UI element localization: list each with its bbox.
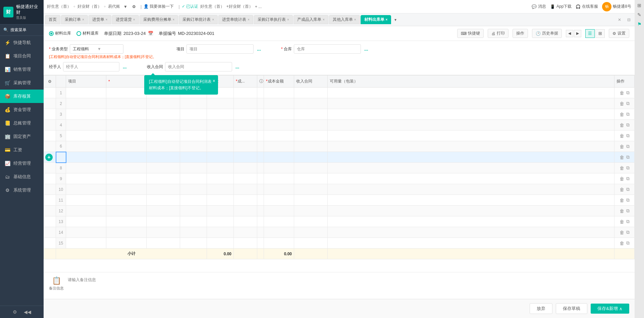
row-unit[interactable] bbox=[180, 206, 207, 216]
sidebar-item-gudingzichan[interactable]: 🏢 固定资产 bbox=[0, 130, 44, 143]
row-cost[interactable] bbox=[234, 195, 257, 206]
copy-icon[interactable]: ⧉ bbox=[626, 240, 630, 246]
print-btn[interactable]: 🖨 打印 bbox=[488, 29, 508, 38]
copy-icon[interactable]: ⧉ bbox=[626, 187, 630, 192]
row-name[interactable] bbox=[106, 120, 147, 130]
list-view-btn[interactable]: ☰ bbox=[585, 29, 595, 38]
copy-icon[interactable]: ⧉ bbox=[626, 90, 630, 96]
tab-goods-return[interactable]: 进货退货 × bbox=[112, 15, 139, 24]
row-unit[interactable] bbox=[180, 227, 207, 238]
row-settings[interactable] bbox=[44, 120, 56, 130]
tab-close-icon[interactable]: × bbox=[106, 18, 108, 21]
row-quantity[interactable] bbox=[207, 195, 234, 206]
delete-icon[interactable]: 🗑 bbox=[620, 187, 624, 192]
tab-other-in[interactable]: 其他入库单 × bbox=[329, 15, 360, 24]
tab-close-icon[interactable]: × bbox=[82, 18, 84, 21]
row-cost[interactable] bbox=[234, 238, 257, 249]
row-cost[interactable] bbox=[234, 152, 257, 163]
delete-icon[interactable]: 🗑 bbox=[620, 122, 624, 128]
grid-view-btn[interactable]: ⊞ bbox=[595, 29, 605, 38]
sidebar-item-kuaijie[interactable]: ⚡ 快捷导航 bbox=[0, 36, 44, 49]
handler-input[interactable] bbox=[63, 62, 119, 71]
row-income-contract[interactable] bbox=[294, 141, 328, 152]
handler-dots-btn[interactable]: ... bbox=[123, 64, 127, 69]
row-settings[interactable] bbox=[44, 238, 56, 249]
tag-good-biz[interactable]: 好生意（首） bbox=[47, 4, 71, 9]
sidebar-item-xitong[interactable]: ⚙ 系统管理 bbox=[0, 183, 44, 197]
copy-icon[interactable]: ⧉ bbox=[626, 122, 630, 128]
notes-input[interactable] bbox=[68, 276, 629, 291]
row-quantity[interactable] bbox=[207, 238, 234, 249]
row-spec[interactable] bbox=[147, 195, 180, 206]
row-cost-amount[interactable] bbox=[264, 195, 294, 206]
tag-good-biz2[interactable]: 好生意（首） bbox=[200, 4, 224, 9]
row-quantity[interactable] bbox=[207, 141, 234, 152]
right-icon-1[interactable]: ⊞ bbox=[635, 1, 643, 9]
row-project[interactable] bbox=[66, 98, 106, 109]
row-spec[interactable] bbox=[147, 109, 180, 120]
row-name[interactable] bbox=[106, 141, 147, 152]
row-cost-amount[interactable] bbox=[264, 88, 294, 98]
copy-icon[interactable]: ⧉ bbox=[626, 165, 630, 171]
sidebar-item-zijin[interactable]: 💰 资金管理 bbox=[0, 103, 44, 116]
delete-icon[interactable]: 🗑 bbox=[620, 101, 624, 106]
delete-icon[interactable]: 🗑 bbox=[620, 90, 624, 96]
row-cost[interactable] bbox=[234, 109, 257, 120]
row-cost-amount[interactable] bbox=[264, 130, 294, 141]
delete-icon[interactable]: 🗑 bbox=[620, 241, 624, 246]
tab-close-icon[interactable]: × bbox=[287, 18, 289, 21]
row-cost-amount[interactable] bbox=[264, 238, 294, 249]
income-contract-dots-btn[interactable]: ... bbox=[235, 64, 239, 69]
row-settings[interactable] bbox=[44, 195, 56, 206]
save-new-btn[interactable]: 保存&新增 ∧ bbox=[591, 304, 629, 314]
copy-icon[interactable]: ⧉ bbox=[626, 208, 630, 214]
row-cost[interactable] bbox=[234, 184, 257, 195]
business-type-select[interactable]: 工程领料 ▼ bbox=[70, 44, 123, 54]
row-cost-amount[interactable] bbox=[264, 173, 294, 184]
row-income-contract[interactable] bbox=[294, 163, 328, 173]
row-spec[interactable] bbox=[147, 184, 180, 195]
tab-close-icon[interactable]: × bbox=[323, 18, 325, 21]
row-unit[interactable] bbox=[180, 238, 207, 249]
row-settings[interactable] bbox=[44, 163, 56, 173]
delete-icon[interactable]: 🗑 bbox=[620, 176, 624, 181]
tab-purchase-order[interactable]: 采购订单 × bbox=[61, 15, 88, 24]
copy-icon[interactable]: ⧉ bbox=[626, 154, 630, 160]
row-quantity[interactable] bbox=[207, 163, 234, 173]
row-unit[interactable] bbox=[180, 120, 207, 130]
row-project[interactable] bbox=[66, 173, 106, 184]
tag-easy-agent[interactable]: 易代账 bbox=[108, 4, 120, 9]
row-project[interactable] bbox=[66, 163, 106, 173]
row-income-contract[interactable] bbox=[294, 98, 328, 109]
add-row-btn[interactable]: + bbox=[45, 154, 53, 161]
calendar-icon[interactable]: 📅 bbox=[148, 31, 153, 36]
date-value[interactable]: 2023-03-24 bbox=[123, 31, 146, 36]
save-draft-btn[interactable]: 保存草稿 bbox=[556, 303, 587, 314]
row-unit[interactable] bbox=[180, 141, 207, 152]
tab-more-btn[interactable]: ▾ bbox=[392, 16, 399, 23]
tab-goods-in[interactable]: 进货单 × bbox=[89, 15, 111, 24]
sidebar-item-jingying[interactable]: 📈 经营管理 bbox=[0, 157, 44, 170]
row-income-contract[interactable] bbox=[294, 109, 328, 120]
row-cost-amount[interactable] bbox=[264, 163, 294, 173]
delete-icon[interactable]: 🗑 bbox=[620, 230, 624, 235]
tab-material-out[interactable]: 材料出库单 × bbox=[361, 15, 391, 24]
tab-close-icon[interactable]: × bbox=[133, 18, 135, 21]
tag-good-finance2[interactable]: +好业财（首） bbox=[226, 4, 253, 9]
tag-good-finance[interactable]: 好业财（首） bbox=[77, 4, 102, 9]
row-cost[interactable] bbox=[234, 120, 257, 130]
row-cost-amount[interactable] bbox=[264, 98, 294, 109]
radio-material-out[interactable]: 材料出库 bbox=[49, 31, 71, 36]
right-icon-3[interactable]: ⚑ bbox=[635, 20, 643, 28]
copy-icon[interactable]: ⧉ bbox=[626, 133, 630, 139]
operation-btn[interactable]: 操作 bbox=[513, 29, 528, 38]
app-download-btn[interactable]: 📱 App下载 bbox=[550, 4, 572, 9]
sidebar-item-zhangmu[interactable]: 📒 总账管理 bbox=[0, 116, 44, 130]
row-settings[interactable] bbox=[44, 227, 56, 238]
row-cost[interactable] bbox=[234, 88, 257, 98]
income-contract-input[interactable] bbox=[165, 62, 232, 71]
row-project[interactable] bbox=[66, 109, 106, 120]
delete-icon[interactable]: 🗑 bbox=[620, 112, 624, 117]
tag-settings[interactable]: ▼ bbox=[123, 4, 127, 9]
service-btn[interactable]: 🎧 在线客服 bbox=[576, 4, 598, 9]
